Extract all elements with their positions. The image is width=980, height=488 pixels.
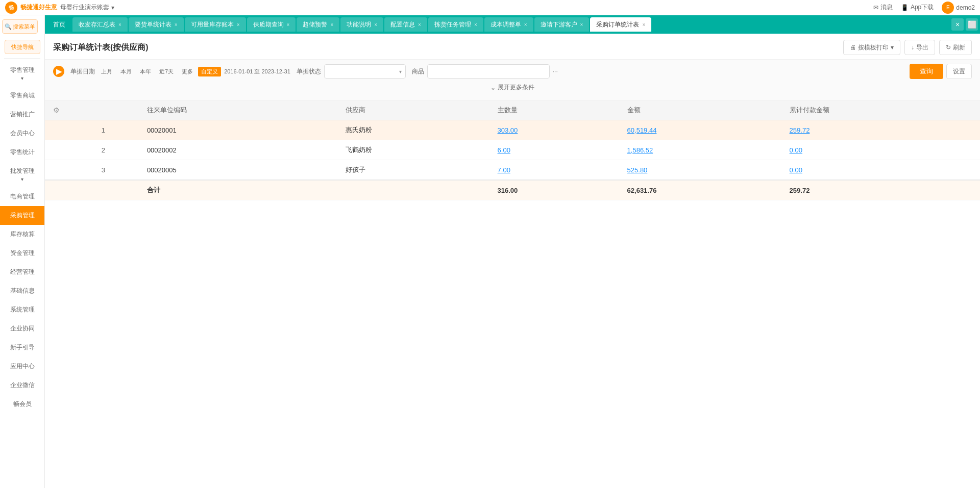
- main-layout: 🔍 搜索菜单 快捷导航 零售管理 ▾ 零售商城 营销推广 会员中心 零售统计 批…: [0, 15, 980, 488]
- search-menu-button[interactable]: 🔍 搜索菜单: [2, 19, 38, 34]
- sidebar-item-system[interactable]: 系统管理: [0, 300, 44, 319]
- maximize-button[interactable]: ⬜: [966, 18, 978, 31]
- sidebar-item-basic-info[interactable]: 基础信息: [0, 281, 44, 300]
- tab-expiry-query[interactable]: 保质期查询 ×: [247, 17, 296, 32]
- th-paid-amount: 累计付款金额: [781, 100, 980, 120]
- td-main-qty[interactable]: 6.00: [489, 140, 619, 160]
- user-profile[interactable]: E demo2: [942, 2, 975, 14]
- chevron-icon: ▾: [21, 176, 23, 182]
- sidebar-item-purchase[interactable]: 采购管理: [0, 206, 44, 225]
- td-main-qty[interactable]: 7.00: [489, 160, 619, 181]
- goods-input[interactable]: [427, 64, 550, 79]
- filter-row: ▶ 单据日期 上月 本月 本年 近7天 更多 自定义 2016-01-01 至 …: [53, 64, 972, 79]
- sidebar: 🔍 搜索菜单 快捷导航 零售管理 ▾ 零售商城 营销推广 会员中心 零售统计 批…: [0, 15, 45, 488]
- th-main-qty: 主数量: [489, 100, 619, 120]
- tab-invite-downstream[interactable]: 邀请下游客户 ×: [534, 17, 590, 32]
- td-paid-amount[interactable]: 0.00: [781, 160, 980, 181]
- tab-config-info[interactable]: 配置信息 ×: [384, 17, 427, 32]
- template-print-button[interactable]: 🖨 按模板打印 ▾: [843, 40, 900, 55]
- close-icon[interactable]: ×: [175, 22, 178, 28]
- sidebar-item-finance[interactable]: 资金管理: [0, 244, 44, 263]
- refresh-button[interactable]: ↻ 刷新: [939, 40, 972, 55]
- td-amount[interactable]: 525.80: [619, 160, 781, 181]
- sidebar-item-marketing[interactable]: 营销推广: [0, 105, 44, 124]
- table-header-row: ⚙ 往来单位编码 供应商 主数量 金额 累计付款金额: [45, 100, 980, 120]
- td-row-num: 1: [68, 120, 139, 140]
- th-unit-code: 往来单位编码: [139, 100, 337, 120]
- sidebar-item-retail-management[interactable]: 零售管理 ▾: [0, 61, 44, 86]
- footer-empty-3: [337, 180, 489, 200]
- td-amount[interactable]: 60,519.44: [619, 120, 781, 140]
- sidebar-item-member-center[interactable]: 会员中心: [0, 124, 44, 143]
- close-icon[interactable]: ×: [374, 22, 377, 28]
- workspace-selector[interactable]: 母婴行业演示账套 ▾: [60, 3, 114, 12]
- sidebar-item-retail-shop[interactable]: 零售商城: [0, 86, 44, 105]
- td-amount[interactable]: 1,586.52: [619, 140, 781, 160]
- tab-available-inventory[interactable]: 可用量库存账本 ×: [185, 17, 246, 32]
- table-row[interactable]: 2 00020002 飞鹤奶粉 6.00 1,586.52 0.00: [45, 140, 980, 160]
- quick-nav-button[interactable]: 快捷导航: [5, 40, 40, 54]
- td-empty: [45, 160, 68, 181]
- sidebar-item-operations[interactable]: 经营管理: [0, 263, 44, 281]
- td-main-qty[interactable]: 303.00: [489, 120, 619, 140]
- td-row-num: 2: [68, 140, 139, 160]
- app-download-button[interactable]: 📱 App下载: [901, 3, 934, 12]
- this-month-shortcut[interactable]: 本月: [117, 67, 135, 76]
- sidebar-item-wholesale[interactable]: 批发管理 ▾: [0, 162, 44, 187]
- close-icon[interactable]: ×: [287, 22, 290, 28]
- query-button[interactable]: 查询: [910, 64, 943, 79]
- last-7days-shortcut[interactable]: 近7天: [156, 67, 177, 76]
- tab-overstock-warning[interactable]: 超储预警 ×: [297, 17, 339, 32]
- td-paid-amount[interactable]: 0.00: [781, 140, 980, 160]
- close-tab-button[interactable]: ×: [951, 18, 964, 31]
- tab-receive-summary[interactable]: 收发存汇总表 ×: [72, 17, 128, 32]
- tab-order-stats[interactable]: 要货单统计表 ×: [129, 17, 184, 32]
- message-button[interactable]: ✉ 消息: [873, 3, 893, 12]
- settings-button[interactable]: 设置: [946, 64, 972, 79]
- tab-picking-tasks[interactable]: 拣货任务管理 ×: [428, 17, 483, 32]
- export-button[interactable]: ↓ 导出: [904, 40, 935, 55]
- filter-toggle-button[interactable]: ▶: [53, 66, 64, 77]
- close-icon[interactable]: ×: [474, 22, 477, 28]
- settings-icon[interactable]: ⚙: [53, 106, 60, 114]
- sidebar-item-inventory[interactable]: 库存核算: [0, 225, 44, 244]
- more-options-icon[interactable]: ···: [553, 68, 558, 75]
- td-unit-code: 00020001: [139, 120, 337, 140]
- close-icon[interactable]: ×: [418, 22, 421, 28]
- chevron-icon: ▾: [21, 75, 23, 81]
- tab-purchase-order-stats[interactable]: 采购订单统计表 ×: [590, 17, 651, 32]
- expand-conditions-button[interactable]: ⌄ 展开更多条件: [486, 81, 538, 94]
- sidebar-item-enterprise-wechat[interactable]: 企业微信: [0, 376, 44, 395]
- sidebar-item-ecommerce[interactable]: 电商管理: [0, 187, 44, 206]
- tab-function-desc[interactable]: 功能说明 ×: [340, 17, 383, 32]
- close-icon[interactable]: ×: [642, 22, 645, 28]
- close-icon[interactable]: ×: [237, 22, 240, 28]
- table-row[interactable]: 1 00020001 惠氏奶粉 303.00 60,519.44 259.72: [45, 120, 980, 140]
- sidebar-item-newcomer[interactable]: 新手引导: [0, 338, 44, 357]
- tab-cost-adjust[interactable]: 成本调整单 ×: [484, 17, 533, 32]
- table-row[interactable]: 3 00020005 好孩子 7.00 525.80 0.00: [45, 160, 980, 181]
- close-icon[interactable]: ×: [524, 22, 527, 28]
- sidebar-item-retail-stats[interactable]: 零售统计: [0, 143, 44, 162]
- last-month-shortcut[interactable]: 上月: [98, 67, 115, 76]
- td-paid-amount[interactable]: 259.72: [781, 120, 980, 140]
- this-year-shortcut[interactable]: 本年: [137, 67, 154, 76]
- goods-label: 商品: [412, 67, 424, 76]
- sidebar-item-enterprise[interactable]: 企业协同: [0, 319, 44, 338]
- th-settings[interactable]: ⚙: [45, 100, 68, 120]
- close-icon[interactable]: ×: [330, 22, 333, 28]
- td-unit-code: 00020002: [139, 140, 337, 160]
- date-label: 单据日期: [70, 67, 95, 76]
- custom-date-tag[interactable]: 自定义: [198, 67, 221, 76]
- sidebar-item-vip[interactable]: 畅会员: [0, 395, 44, 414]
- sidebar-item-app-center[interactable]: 应用中心: [0, 357, 44, 376]
- status-select[interactable]: [324, 64, 406, 79]
- nav-tabs-actions: × ⬜: [951, 18, 978, 31]
- status-filter-group: 单据状态 ▾: [297, 64, 406, 79]
- close-icon[interactable]: ×: [580, 22, 583, 28]
- download-icon: 📱: [901, 4, 909, 11]
- tab-home[interactable]: 首页: [47, 17, 71, 32]
- more-dates-shortcut[interactable]: 更多: [179, 67, 196, 76]
- close-icon[interactable]: ×: [118, 22, 121, 28]
- table-body: 1 00020001 惠氏奶粉 303.00 60,519.44 259.72 …: [45, 120, 980, 181]
